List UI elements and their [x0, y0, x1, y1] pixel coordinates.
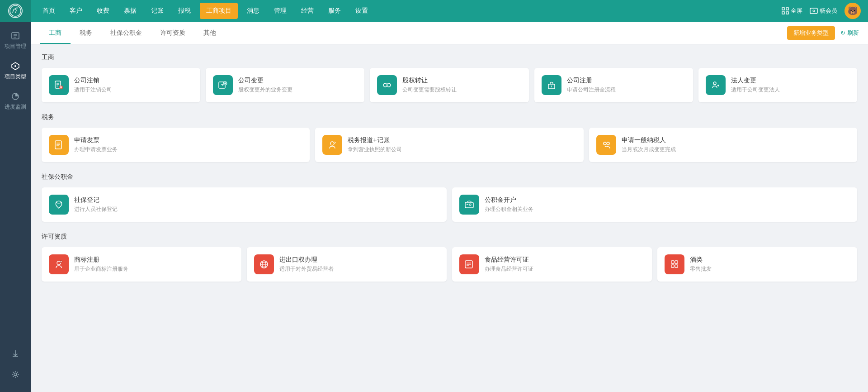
sidebar-label-progress: 进度监测 [5, 103, 26, 111]
card-desc-legal-change: 适用于公司变更法人 [731, 86, 780, 94]
card-food-license[interactable]: 食品经营许可证 办理食品经营许可证 [452, 247, 652, 282]
svg-rect-3 [782, 12, 784, 14]
nav-item-business[interactable]: 工商项目 [200, 3, 238, 19]
card-provident-fund[interactable]: 公积金开户 办理公积金相关业务 [452, 187, 857, 222]
nav-right: 全屏 畅会员 🐻 [782, 3, 868, 19]
nav-item-message[interactable]: 消息 [240, 0, 267, 22]
card-text-company-cancel: 公司注销 适用于注销公司 [74, 76, 112, 94]
card-desc-social-insurance: 进行人员社保登记 [74, 206, 118, 213]
refresh-button[interactable]: ↻ 刷新 [840, 29, 859, 37]
sidebar-item-project-mgmt[interactable]: 项目管理 [0, 25, 31, 56]
card-title-trademark: 商标注册 [74, 256, 128, 264]
card-text-tax-report: 税务报道+记账 拿到营业执照的新公司 [348, 136, 402, 153]
xuke-cards-grid: 商标注册 用于企业商标注册服务 进出口权办理 适用于对外贸易经营者 [42, 247, 857, 282]
card-social-insurance[interactable]: 社保登记 进行人员社保登记 [42, 187, 447, 222]
svg-point-37 [607, 142, 609, 145]
section-gongshang: 工商 公司注销 适用于注销公司 [42, 53, 857, 102]
card-icon-provident-fund [459, 195, 479, 215]
card-icon-food-license [459, 254, 479, 274]
card-desc-general-taxpayer: 当月或次月成变更完成 [622, 146, 676, 153]
member-label: 畅会员 [820, 7, 837, 15]
card-title-invoice: 申请发票 [74, 136, 118, 144]
card-company-register[interactable]: 公司注册 申请公司注册全流程 [534, 68, 693, 102]
svg-point-12 [14, 65, 16, 67]
card-text-company-register: 公司注册 申请公司注册全流程 [567, 76, 616, 94]
tab-actions: 新增业务类型 ↻ 刷新 [787, 26, 859, 40]
sidebar-item-progress[interactable]: 进度监测 [0, 86, 31, 116]
card-title-company-change: 公司变更 [238, 76, 292, 85]
config-icon [10, 369, 20, 379]
card-icon-import-export [254, 254, 274, 274]
fullscreen-btn[interactable]: 全屏 [782, 7, 802, 15]
card-company-cancel[interactable]: 公司注销 适用于注销公司 [42, 68, 200, 102]
scroll-content[interactable]: 工商 公司注销 适用于注销公司 [31, 44, 868, 392]
main-layout: 项目管理 项目类型 进度监测 [0, 22, 868, 392]
card-desc-equity-transfer: 公司变更需要股权转让 [402, 86, 457, 94]
nav-item-ticket[interactable]: 票据 [117, 0, 144, 22]
card-title-social-insurance: 社保登记 [74, 196, 118, 204]
card-icon-alcohol [665, 254, 684, 274]
sidebar-item-download[interactable] [0, 343, 31, 364]
card-trademark[interactable]: 商标注册 用于企业商标注册服务 [42, 247, 241, 282]
card-desc-company-cancel: 适用于注销公司 [74, 86, 112, 94]
card-text-legal-change: 法人变更 适用于公司变更法人 [731, 76, 780, 94]
shebao-cards-grid: 社保登记 进行人员社保登记 公积金开户 办理公积金相关业务 [42, 187, 857, 222]
card-title-legal-change: 法人变更 [731, 76, 780, 85]
nav-item-bookkeeping[interactable]: 记账 [144, 0, 171, 22]
card-invoice[interactable]: 申请发票 办理申请发票业务 [42, 128, 310, 162]
tab-shuiwu[interactable]: 税务 [71, 22, 101, 44]
card-text-import-export: 进出口权办理 适用于对外贸易经营者 [279, 256, 334, 273]
nav-item-service[interactable]: 服务 [321, 0, 348, 22]
project-type-icon [10, 61, 20, 71]
sidebar-item-config[interactable] [0, 364, 31, 385]
card-icon-company-change [213, 75, 233, 95]
nav-item-fee[interactable]: 收费 [90, 0, 117, 22]
card-title-general-taxpayer: 申请一般纳税人 [622, 136, 676, 144]
logo-icon [8, 4, 23, 18]
card-desc-tax-report: 拿到营业执照的新公司 [348, 146, 402, 153]
card-text-invoice: 申请发票 办理申请发票业务 [74, 136, 118, 153]
refresh-label: 刷新 [847, 29, 859, 37]
card-title-alcohol: 酒类 [690, 256, 712, 264]
logo-area [0, 0, 31, 22]
sidebar-item-project-type[interactable]: 项目类型 [0, 56, 31, 86]
nav-item-client[interactable]: 客户 [62, 0, 90, 22]
avatar-bear[interactable]: 🐻 [844, 3, 861, 19]
tab-xuke[interactable]: 许可资质 [151, 22, 194, 44]
card-alcohol[interactable]: 酒类 零售批发 [657, 247, 857, 282]
svg-rect-31 [55, 141, 61, 149]
card-text-company-change: 公司变更 股权变更外的业务变更 [238, 76, 292, 94]
project-mgmt-icon [10, 31, 20, 41]
card-equity-transfer[interactable]: 股权转让 公司变更需要股权转让 [370, 68, 528, 102]
svg-rect-1 [782, 8, 784, 10]
card-icon-social-insurance [49, 195, 69, 215]
nav-item-tax[interactable]: 报税 [171, 0, 198, 22]
card-company-change[interactable]: 公司变更 股权变更外的业务变更 [206, 68, 364, 102]
card-desc-invoice: 办理申请发票业务 [74, 146, 118, 153]
tab-bar: 工商 税务 社保公积金 许可资质 其他 新增业务类型 ↻ 刷新 [31, 22, 868, 44]
section-title-shuiwu: 税务 [42, 113, 857, 121]
shuiwu-cards-grid: 申请发票 办理申请发票业务 税务报道+记账 拿到营业执照的新公司 [42, 128, 857, 162]
card-tax-report[interactable]: 税务报道+记账 拿到营业执照的新公司 [315, 128, 583, 162]
sidebar-bottom [0, 343, 31, 392]
card-general-taxpayer[interactable]: 申请一般纳税人 当月或次月成变更完成 [589, 128, 857, 162]
nav-item-manage[interactable]: 管理 [267, 0, 294, 22]
svg-rect-54 [671, 265, 674, 268]
card-icon-invoice [49, 135, 69, 155]
tab-shebao[interactable]: 社保公积金 [101, 22, 151, 44]
nav-item-home[interactable]: 首页 [35, 0, 62, 22]
add-type-button[interactable]: 新增业务类型 [787, 26, 835, 40]
member-btn[interactable]: 畅会员 [810, 7, 837, 15]
card-title-company-cancel: 公司注销 [74, 76, 112, 85]
card-import-export[interactable]: 进出口权办理 适用于对外贸易经营者 [247, 247, 447, 282]
section-shebao: 社保公积金 社保登记 进行人员社保登记 [42, 173, 857, 222]
card-title-provident-fund: 公积金开户 [485, 196, 533, 204]
tab-other[interactable]: 其他 [194, 22, 225, 44]
tab-gongshang[interactable]: 工商 [40, 22, 71, 44]
card-legal-change[interactable]: 法人变更 适用于公司变更法人 [698, 68, 857, 102]
gongshang-cards-grid: 公司注销 适用于注销公司 公司变更 股权变更外的业务变更 [42, 68, 857, 102]
nav-item-settings[interactable]: 设置 [348, 0, 375, 22]
nav-item-operation[interactable]: 经营 [294, 0, 321, 22]
card-icon-tax-report [322, 135, 342, 155]
card-icon-company-register [542, 75, 561, 95]
